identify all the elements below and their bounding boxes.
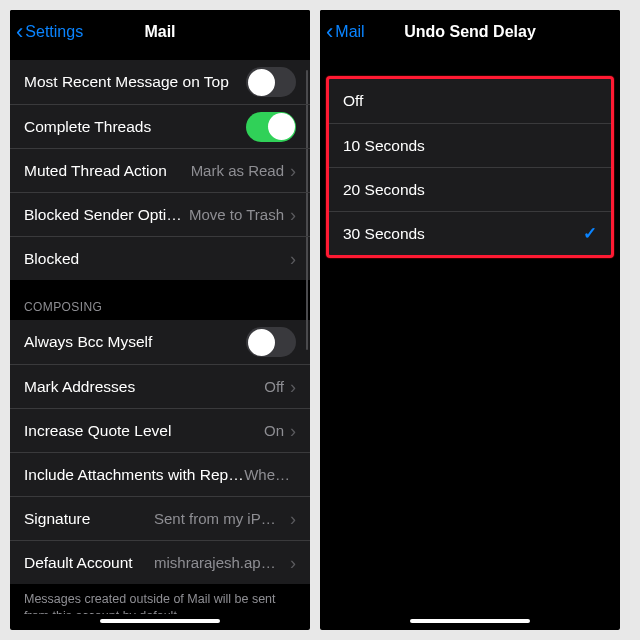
row-blocked[interactable]: Blocked › <box>10 236 310 280</box>
row-label: Complete Threads <box>24 118 246 136</box>
option-30-seconds[interactable]: 30 Seconds ✓ <box>329 211 611 255</box>
group-threading: Most Recent Message on Top Complete Thre… <box>10 60 310 280</box>
row-label: 30 Seconds <box>343 225 583 243</box>
row-complete-threads[interactable]: Complete Threads <box>10 104 310 148</box>
phone-left: ‹ Settings Mail Most Recent Message on T… <box>10 10 310 630</box>
row-blocked-sender-options[interactable]: Blocked Sender Options Move to Trash › <box>10 192 310 236</box>
row-label: Most Recent Message on Top <box>24 73 246 91</box>
row-label: 10 Seconds <box>343 137 597 155</box>
settings-list[interactable]: Most Recent Message on Top Complete Thre… <box>10 54 310 614</box>
toggle-on-icon[interactable] <box>246 112 296 142</box>
chevron-right-icon: › <box>290 554 296 572</box>
row-label: Blocked <box>24 250 290 268</box>
row-value: Sent from my iPhone <box>154 510 284 527</box>
row-value: Whe… <box>244 466 290 483</box>
section-footer-composing: Messages created outside of Mail will be… <box>10 584 310 614</box>
row-value: On <box>264 422 284 439</box>
navbar: ‹ Settings Mail <box>10 10 310 54</box>
toggle-off-icon[interactable] <box>246 67 296 97</box>
chevron-right-icon: › <box>290 510 296 528</box>
checkmark-icon: ✓ <box>583 223 597 244</box>
row-value: Mark as Read <box>191 162 284 179</box>
option-10-seconds[interactable]: 10 Seconds <box>329 123 611 167</box>
row-most-recent[interactable]: Most Recent Message on Top <box>10 60 310 104</box>
row-always-bcc[interactable]: Always Bcc Myself <box>10 320 310 364</box>
page-title: Undo Send Delay <box>404 23 536 41</box>
row-label: Always Bcc Myself <box>24 333 246 351</box>
row-muted-thread-action[interactable]: Muted Thread Action Mark as Read › <box>10 148 310 192</box>
option-off[interactable]: Off <box>329 79 611 123</box>
chevron-right-icon: › <box>290 250 296 268</box>
chevron-left-icon: ‹ <box>16 21 23 43</box>
toggle-off-icon[interactable] <box>246 327 296 357</box>
page-title: Mail <box>144 23 175 41</box>
row-increase-quote[interactable]: Increase Quote Level On › <box>10 408 310 452</box>
back-button[interactable]: ‹ Settings <box>16 10 83 54</box>
option-20-seconds[interactable]: 20 Seconds <box>329 167 611 211</box>
chevron-left-icon: ‹ <box>326 21 333 43</box>
row-label: Blocked Sender Options <box>24 206 189 224</box>
group-composing: Always Bcc Myself Mark Addresses Off › I… <box>10 320 310 584</box>
chevron-right-icon: › <box>290 422 296 440</box>
section-header-composing: COMPOSING <box>10 280 310 320</box>
row-label: Signature <box>24 510 154 528</box>
home-indicator[interactable] <box>100 619 220 623</box>
row-include-attachments[interactable]: Include Attachments with Replies Whe… <box>10 452 310 496</box>
row-label: Default Account <box>24 554 154 572</box>
chevron-right-icon: › <box>290 206 296 224</box>
options-list: Off 10 Seconds 20 Seconds 30 Seconds ✓ <box>320 54 620 614</box>
back-label: Mail <box>335 23 364 41</box>
row-label: Include Attachments with Replies <box>24 466 244 484</box>
group-undo-delay-options: Off 10 Seconds 20 Seconds 30 Seconds ✓ <box>326 76 614 258</box>
row-label: Off <box>343 92 597 110</box>
row-label: 20 Seconds <box>343 181 597 199</box>
row-signature[interactable]: Signature Sent from my iPhone › <box>10 496 310 540</box>
row-default-account[interactable]: Default Account mishrarajesh.apple@… › <box>10 540 310 584</box>
chevron-right-icon: › <box>290 378 296 396</box>
row-label: Mark Addresses <box>24 378 264 396</box>
row-value: Off <box>264 378 284 395</box>
back-button[interactable]: ‹ Mail <box>326 10 365 54</box>
phone-right: ‹ Mail Undo Send Delay Off 10 Seconds 20… <box>320 10 620 630</box>
chevron-right-icon: › <box>290 162 296 180</box>
row-value: Move to Trash <box>189 206 284 223</box>
home-indicator[interactable] <box>410 619 530 623</box>
row-value: mishrarajesh.apple@… <box>154 554 284 571</box>
back-label: Settings <box>25 23 83 41</box>
navbar: ‹ Mail Undo Send Delay <box>320 10 620 54</box>
row-mark-addresses[interactable]: Mark Addresses Off › <box>10 364 310 408</box>
row-label: Increase Quote Level <box>24 422 264 440</box>
row-label: Muted Thread Action <box>24 162 191 180</box>
